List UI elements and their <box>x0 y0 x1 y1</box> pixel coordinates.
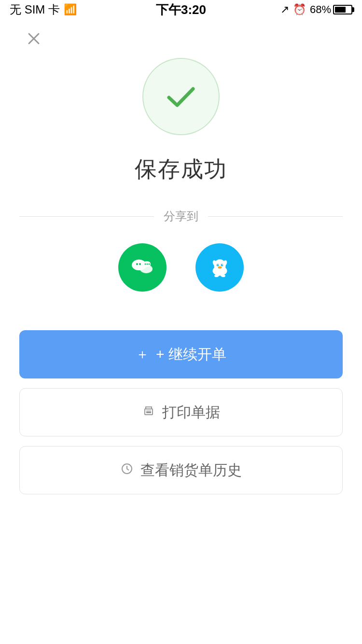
printer-icon <box>142 404 155 421</box>
battery-percent: 68% <box>310 3 331 16</box>
share-label: 分享到 <box>164 209 198 224</box>
svg-point-19 <box>218 266 222 268</box>
svg-point-18 <box>222 264 223 265</box>
status-left: 无 SIM 卡 📶 <box>10 2 77 17</box>
svg-point-17 <box>217 264 218 265</box>
divider-right <box>208 216 343 217</box>
history-icon <box>120 462 134 479</box>
plus-icon: ＋ <box>136 345 149 364</box>
continue-label: + 继续开单 <box>156 345 226 364</box>
battery-fill <box>335 7 346 13</box>
location-icon: ↗ <box>280 3 289 16</box>
qq-share-button[interactable] <box>195 243 244 292</box>
alarm-icon: ⏰ <box>293 3 306 16</box>
main-content: 保存成功 分享到 <box>0 19 362 494</box>
svg-point-10 <box>148 263 150 265</box>
print-label: 打印单据 <box>162 403 220 422</box>
continue-button[interactable]: ＋ + 继续开单 <box>19 330 343 378</box>
status-bar: 无 SIM 卡 📶 下午3:20 ↗ ⏰ 68% <box>0 0 362 19</box>
battery-indicator: 68% <box>310 3 352 16</box>
share-divider: 分享到 <box>19 209 343 224</box>
history-button[interactable]: 查看销货单历史 <box>19 446 343 494</box>
divider-left <box>19 216 154 217</box>
wechat-icon <box>129 254 156 281</box>
svg-point-7 <box>139 263 141 265</box>
status-right: ↗ ⏰ 68% <box>280 3 352 16</box>
wifi-icon: 📶 <box>64 3 77 16</box>
share-icons <box>19 243 343 292</box>
close-icon <box>27 31 41 46</box>
history-label: 查看销货单历史 <box>140 461 242 480</box>
battery-bar <box>333 5 352 14</box>
qq-icon <box>207 254 233 281</box>
close-button[interactable] <box>22 27 46 51</box>
status-time: 下午3:20 <box>156 1 206 18</box>
sim-label: 无 SIM 卡 <box>10 2 60 17</box>
svg-point-6 <box>136 263 138 265</box>
svg-point-8 <box>144 263 146 265</box>
wechat-share-button[interactable] <box>118 243 167 292</box>
print-button[interactable]: 打印单据 <box>19 388 343 436</box>
svg-point-9 <box>146 263 148 265</box>
success-title: 保存成功 <box>135 154 227 184</box>
action-buttons: ＋ + 继续开单 打印单据 查看销货单历史 <box>0 330 362 494</box>
share-section: 分享到 <box>0 209 362 301</box>
checkmark-icon <box>162 77 200 116</box>
svg-rect-23 <box>146 411 151 413</box>
success-circle <box>142 58 220 135</box>
